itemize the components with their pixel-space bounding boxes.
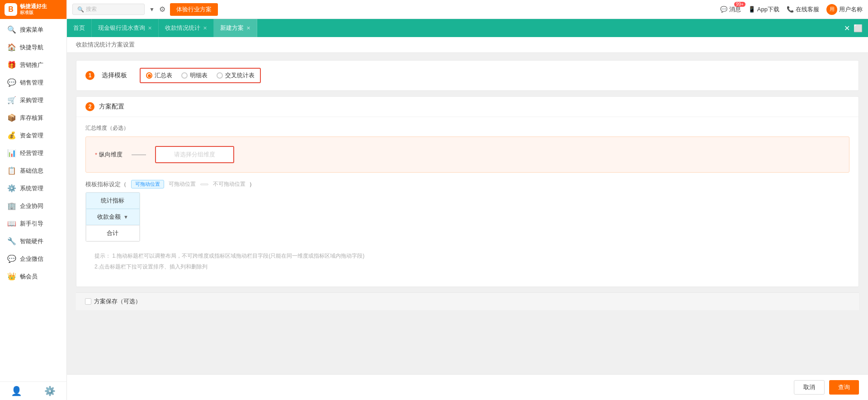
draggable-tag: 可拖动位置 — [131, 180, 164, 188]
radio-detail-label: 明细表 — [190, 71, 208, 80]
tabs-bar: 首页 现金银行流水查询 ✕ 收款情况统计 ✕ 新建方案 ✕ ✕ ⬜ — [67, 19, 868, 37]
dim-required-mark: * — [95, 151, 97, 158]
sidebar-bottom-icon-1[interactable]: 👤 — [11, 386, 22, 396]
query-button[interactable]: 查询 — [829, 380, 859, 395]
tab-home[interactable]: 首页 — [69, 19, 92, 37]
download-button[interactable]: 📱 App下载 — [748, 5, 779, 14]
tab-receipt-stat[interactable]: 收款情况统计 ✕ — [159, 19, 214, 37]
indicator-total-cell: 合计 — [86, 225, 140, 241]
dim-arrow: —— — [132, 151, 146, 159]
sidebar-item-corp[interactable]: 🏢 企业协同 — [0, 197, 66, 215]
step1-row: 1 选择模板 汇总表 — [76, 61, 859, 90]
user-avatar: 用 — [826, 4, 837, 15]
indicator-chevron-icon[interactable]: ▼ — [123, 214, 128, 220]
radio-summary-circle — [146, 72, 152, 79]
breadcrumb: 收款情况统计方案设置 — [76, 41, 135, 48]
operations-icon: 📊 — [7, 149, 16, 157]
bottom-bar: 方案保存（可选） — [76, 292, 859, 310]
sidebar-item-finance[interactable]: 💰 资金管理 — [0, 127, 66, 144]
service-button[interactable]: 📞 在线客服 — [787, 5, 819, 14]
logo-icon: B — [5, 3, 17, 16]
header-gear-icon[interactable]: ⚙ — [159, 5, 165, 14]
sidebar-item-basic[interactable]: 📋 基础信息 — [0, 162, 66, 179]
sidebar-item-marketing[interactable]: 🎁 营销推广 — [0, 56, 66, 74]
sidebar-item-inventory[interactable]: 📦 库存核算 — [0, 109, 66, 127]
service-label: 在线客服 — [796, 5, 819, 14]
indicator-total-label: 合计 — [107, 230, 118, 236]
tab-cashflow[interactable]: 现金银行流水查询 ✕ — [92, 19, 159, 37]
step1-card: 1 选择模板 汇总表 — [76, 60, 859, 91]
window-close-icon[interactable]: ✕ — [844, 24, 850, 33]
tab-home-label: 首页 — [73, 24, 85, 32]
cancel-button[interactable]: 取消 — [794, 380, 825, 395]
radio-cross-label: 交叉统计表 — [225, 71, 255, 80]
indicators-section: 模板指标设定（ 可拖动位置 可拖动位置 不可拖动位置 ） — [85, 180, 849, 243]
tips-item-2: 2.点击标题栏下拉可设置排序、插入列和删除列 — [94, 264, 208, 270]
service-icon: 📞 — [787, 6, 794, 13]
window-buttons: ✕ ⬜ — [844, 24, 866, 33]
logo-sub: 标准版 — [20, 9, 47, 16]
indicators-label-mid: 可拖动位置 — [169, 180, 196, 188]
search-placeholder-text: 搜索 — [86, 5, 97, 13]
user-name: 用户名称 — [839, 5, 863, 14]
sidebar-item-operations[interactable]: 📊 经营管理 — [0, 144, 66, 162]
tab-receipt-stat-close[interactable]: ✕ — [203, 25, 207, 31]
tips-item-1: 1.拖动标题栏可以调整布局，不可跨维度或指标区域拖动栏目字段(只能在同一维度或指… — [112, 253, 364, 259]
window-maximize-icon[interactable]: ⬜ — [854, 24, 863, 33]
radio-detail[interactable]: 明细表 — [181, 71, 208, 80]
radio-summary[interactable]: 汇总表 — [146, 71, 172, 80]
search-icon: 🔍 — [77, 6, 84, 13]
corp-icon: 🏢 — [7, 202, 16, 210]
sidebar-item-member[interactable]: 👑 畅会员 — [0, 268, 66, 285]
radio-cross-circle — [217, 72, 223, 79]
page-wrap: 收款情况统计方案设置 1 选择模板 汇 — [67, 37, 868, 317]
step2-header: 2 方案配置 — [76, 97, 859, 117]
tab-new-plan-label: 新建方案 — [220, 24, 244, 32]
save-label: 方案保存（可选） — [94, 297, 141, 306]
trial-button[interactable]: 体验行业方案 — [170, 3, 218, 16]
inventory-icon: 📦 — [7, 113, 16, 122]
sidebar-item-sales[interactable]: 💬 销售管理 — [0, 74, 66, 91]
sidebar-item-purchase[interactable]: 🛒 采购管理 — [0, 91, 66, 109]
header-dropdown-chevron[interactable]: ▼ — [149, 6, 155, 13]
indicators-label: 模板指标设定（ 可拖动位置 可拖动位置 不可拖动位置 ） — [85, 180, 849, 188]
dimension-zone: * 纵向维度 —— 请选择分组维度 — [85, 136, 849, 173]
basic-icon: 📋 — [7, 166, 16, 175]
logo-text: 畅捷通好生 — [20, 3, 47, 9]
sidebar-item-quick-nav[interactable]: 🏠 快捷导航 — [0, 38, 66, 56]
header-actions: 💬 消息 99+ 📱 App下载 📞 在线客服 用 用户名称 — [720, 4, 863, 15]
download-icon: 📱 — [748, 6, 755, 13]
page-header: 收款情况统计方案设置 — [67, 37, 868, 53]
header: 🔍 搜索 ▼ ⚙ 体验行业方案 💬 消息 99+ 📱 App下载 📞 在线客服 … — [67, 0, 868, 19]
hardware-icon: 🔧 — [7, 237, 16, 245]
header-search-box[interactable]: 🔍 搜索 — [72, 4, 145, 15]
tab-new-plan[interactable]: 新建方案 ✕ — [214, 19, 257, 37]
step2-badge: 2 — [85, 102, 94, 111]
sidebar-item-guide[interactable]: 📖 新手引导 — [0, 215, 66, 232]
search-menu-icon: 🔍 — [7, 25, 16, 34]
system-icon: ⚙️ — [7, 184, 16, 193]
tab-cashflow-close[interactable]: ✕ — [148, 25, 152, 31]
save-checkbox[interactable]: 方案保存（可选） — [85, 297, 141, 306]
purchase-icon: 🛒 — [7, 96, 16, 104]
dimension-placeholder[interactable]: 请选择分组维度 — [155, 146, 234, 163]
sidebar-bottom-icon-2[interactable]: ⚙️ — [44, 386, 56, 396]
step2-label: 方案配置 — [99, 103, 124, 111]
indicator-header-cell: 统计指标 — [86, 193, 140, 209]
tab-new-plan-close[interactable]: ✕ — [246, 25, 250, 31]
user-menu[interactable]: 用 用户名称 — [826, 4, 863, 15]
sidebar-item-hardware[interactable]: 🔧 智能硬件 — [0, 232, 66, 250]
indicator-amount-cell[interactable]: 收款金额 ▼ — [86, 209, 140, 225]
radio-cross[interactable]: 交叉统计表 — [217, 71, 255, 80]
footer-bar: 取消 查询 — [67, 374, 868, 400]
indicator-table: 统计指标 收款金额 ▼ — [85, 192, 140, 242]
sidebar-item-wechat[interactable]: 💬 企业微信 — [0, 250, 66, 268]
marketing-icon: 🎁 — [7, 61, 16, 69]
sidebar-bottom: 👤 ⚙️ — [0, 381, 66, 400]
member-icon: 👑 — [7, 272, 16, 281]
sidebar-item-system[interactable]: ⚙️ 系统管理 — [0, 179, 66, 197]
sidebar-item-search-menu[interactable]: 🔍 搜索菜单 — [0, 21, 66, 38]
message-button[interactable]: 💬 消息 99+ — [720, 5, 741, 14]
sidebar-logo: B 畅捷通好生 标准版 — [0, 0, 66, 19]
indicators-label-suffix: ） — [249, 180, 255, 188]
